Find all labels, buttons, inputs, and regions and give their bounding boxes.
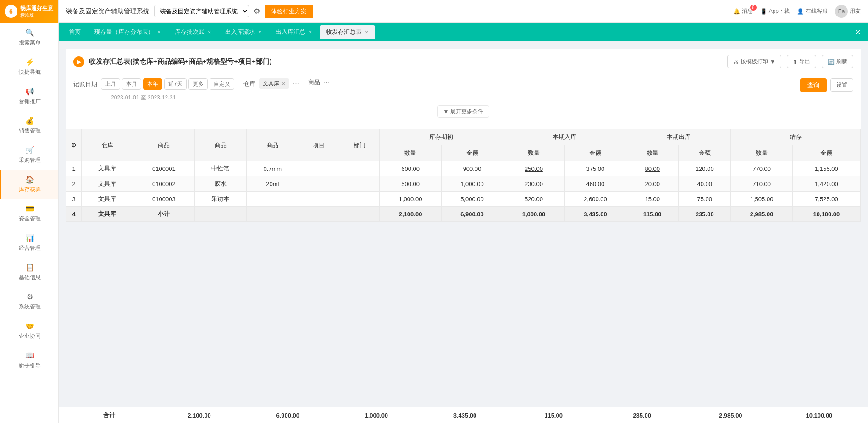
sidebar-label-inventory: 库存核算 (19, 186, 41, 193)
row1-out-qty[interactable]: 80.00 (626, 161, 679, 176)
col-out-header: 本期出库 (626, 129, 731, 145)
row1-open-qty: 600.00 (380, 161, 441, 176)
sidebar-item-finance[interactable]: 💳 资金管理 (0, 199, 58, 228)
tab-batch-label: 库存批次账 (175, 28, 205, 36)
sidebar-item-operation[interactable]: 📊 经营管理 (0, 228, 58, 258)
date-btn-this-month[interactable]: 本月 (122, 78, 141, 90)
tab-summary-out-close[interactable]: ✕ (308, 29, 312, 35)
tab-batch[interactable]: 库存批次账 ✕ (168, 25, 218, 39)
tab-flow-close[interactable]: ✕ (258, 29, 262, 35)
filter-section: 记账日期 上月 本月 本年 近7天 更多 自定义 仓库 (66, 74, 861, 129)
total-open-qty: 2,100.00 (155, 412, 243, 419)
total-in-amt: 3,435.00 (420, 412, 509, 419)
subtotal-in-amt: 3,435.00 (564, 207, 626, 222)
export-button[interactable]: ⬆ 导出 (787, 55, 816, 68)
online-service-item[interactable]: 👤 在线客服 (797, 7, 828, 15)
column-settings-icon[interactable]: ⚙ (71, 142, 77, 148)
page-title: 收发存汇总表(按仓库+商品编码+商品+规格型号+项目+部门) (89, 57, 272, 66)
sidebar-item-sales[interactable]: 💰 销售管理 (0, 111, 58, 140)
topbar-right: 🔔 6 消息 📱 App下载 👤 在线客服 Ea 用友 (733, 5, 861, 18)
app-download-item[interactable]: 📱 App下载 (760, 7, 790, 15)
date-btn-last-month[interactable]: 上月 (101, 78, 120, 90)
tab-home[interactable]: 首页 (62, 25, 87, 39)
refresh-icon: 🔄 (828, 59, 835, 65)
col-bal-qty-header: 数量 (731, 145, 792, 161)
app-title: 畅库通好生意 (20, 5, 53, 12)
row1-project (299, 161, 339, 176)
tab-summary-out-label: 出入库汇总 (276, 28, 305, 36)
template-print-button[interactable]: 🖨 按模板打印 ▼ (727, 55, 781, 68)
warehouse-more-btn[interactable]: ··· (293, 80, 299, 88)
expand-more-btn[interactable]: ▼ 展开更多条件 (437, 105, 490, 118)
main-content: ▶ 收发存汇总表(按仓库+商品编码+商品+规格型号+项目+部门) 🖨 按模板打印… (59, 41, 868, 423)
sidebar-item-marketing[interactable]: 📢 营销推广 (0, 82, 58, 111)
row3-out-amt: 75.00 (679, 192, 731, 207)
subtotal-in-qty[interactable]: 1,000.00 (503, 207, 564, 222)
row3-out-qty[interactable]: 15.00 (626, 192, 679, 207)
user-label: 用友 (850, 7, 861, 15)
col-settings[interactable]: ⚙ (66, 129, 82, 161)
sidebar-item-purchase[interactable]: 🛒 采购管理 (0, 140, 58, 170)
row1-in-qty[interactable]: 250.00 (503, 161, 564, 176)
tab-flow[interactable]: 出入库流水 ✕ (219, 25, 268, 39)
date-btn-more[interactable]: 更多 (188, 78, 208, 90)
expand-arrow[interactable]: ▶ (73, 56, 84, 67)
template-icon: 🖨 (733, 59, 739, 65)
row1-bal-amt: 1,155.00 (792, 161, 860, 176)
row2-open-amt: 1,000.00 (441, 176, 503, 192)
sidebar-item-system[interactable]: ⚙ 系统管理 (0, 287, 58, 316)
sidebar-item-newbie[interactable]: 📖 新手引导 (0, 346, 58, 375)
warehouse-tag-close[interactable]: ✕ (281, 81, 286, 87)
close-all-tabs[interactable]: ✕ (851, 26, 864, 38)
col-name-header: 商品 (195, 129, 247, 161)
sidebar-label-purchase: 采购管理 (19, 156, 41, 164)
tab-receive-send-close[interactable]: ✕ (365, 29, 369, 35)
col-warehouse-header: 仓库 (82, 129, 133, 161)
row2-out-amt: 40.00 (679, 176, 731, 192)
table-row: 3 文具库 0100003 采访本 1,000.00 5,000.00 520.… (66, 192, 861, 207)
sidebar-item-basic[interactable]: 📋 基础信息 (0, 258, 58, 287)
column-settings-button[interactable]: 设置 (830, 78, 853, 92)
col-dept-header: 部门 (339, 129, 380, 161)
date-btn-7days[interactable]: 近7天 (164, 78, 187, 90)
row1-spec: 0.7mm (246, 161, 299, 176)
sidebar-item-quick[interactable]: ⚡ 快捷导航 (0, 52, 58, 82)
date-btn-this-year[interactable]: 本年 (143, 78, 162, 90)
finance-icon: 💳 (25, 204, 34, 213)
col-open-amt-header: 金额 (441, 145, 503, 161)
tab-summary-out[interactable]: 出入库汇总 ✕ (269, 25, 319, 39)
inventory-icon: 🏠 (25, 175, 34, 184)
marketing-icon: 📢 (25, 87, 34, 96)
system-selector[interactable]: 装备及固定资产辅助管理系统 (154, 5, 249, 17)
tab-inventory-dist-close[interactable]: ✕ (157, 29, 161, 35)
goods-more-btn[interactable]: ··· (324, 78, 330, 87)
sidebar-item-search[interactable]: 🔍 搜索菜单 (0, 23, 58, 52)
date-btn-custom[interactable]: 自定义 (210, 78, 234, 90)
subtotal-out-qty[interactable]: 115.00 (626, 207, 679, 222)
sidebar-item-inventory[interactable]: 🏠 库存核算 (0, 170, 58, 199)
service-icon: 👤 (797, 8, 804, 15)
row2-in-qty[interactable]: 230.00 (503, 176, 564, 192)
trial-button[interactable]: 体验行业方案 (265, 5, 313, 18)
sidebar-item-enterprise[interactable]: 🤝 企业协同 (0, 316, 58, 346)
settings-gear-icon[interactable]: ⚙ (254, 7, 260, 16)
tab-batch-close[interactable]: ✕ (207, 29, 211, 35)
user-item[interactable]: Ea 用友 (835, 5, 861, 18)
row1-bal-qty: 770.00 (731, 161, 792, 176)
row2-out-qty[interactable]: 20.00 (626, 176, 679, 192)
tab-receive-send[interactable]: 收发存汇总表 ✕ (320, 25, 375, 39)
notification-item[interactable]: 🔔 6 消息 (733, 7, 753, 15)
total-in-qty: 1,000.00 (332, 412, 420, 419)
query-button[interactable]: 查询 (800, 78, 827, 92)
row3-in-qty[interactable]: 520.00 (503, 192, 564, 207)
warehouse-tag-text: 文具库 (263, 80, 279, 88)
col-bal-amt-header: 金额 (792, 145, 860, 161)
col-opening-header: 库存期初 (380, 129, 503, 145)
subtotal-warehouse: 文具库 (82, 207, 133, 222)
sidebar-label-enterprise: 企业协同 (19, 332, 41, 340)
date-shortcuts: 上月 本月 本年 近7天 更多 自定义 (101, 78, 234, 90)
col-spec-header: 商品 (246, 129, 299, 161)
subtotal-dept-empty (339, 207, 380, 222)
refresh-button[interactable]: 🔄 刷新 (822, 55, 853, 68)
tab-inventory-dist[interactable]: 现存量（库存分布表） ✕ (88, 25, 167, 39)
